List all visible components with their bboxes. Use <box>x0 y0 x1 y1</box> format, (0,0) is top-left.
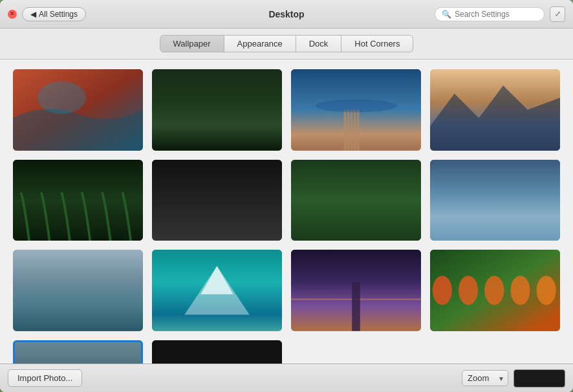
tab-hot-corners[interactable]: Hot Corners <box>341 35 413 52</box>
svg-rect-6 <box>351 110 353 151</box>
search-icon: 🔍 <box>442 10 451 19</box>
svg-rect-15 <box>13 250 143 331</box>
wallpaper-item-8[interactable] <box>430 160 560 241</box>
wallpaper-item-12[interactable] <box>430 250 560 331</box>
expand-button[interactable]: ⤢ <box>550 6 565 22</box>
content-area: ✓ <box>0 60 573 364</box>
svg-rect-14 <box>430 160 560 241</box>
footer: Import Photo... Zoom Fit Fill Center Til… <box>0 364 573 392</box>
import-photo-button[interactable]: Import Photo... <box>8 369 82 387</box>
svg-rect-13 <box>291 160 421 241</box>
zoom-select-wrap: Zoom Fit Fill Center Tile ▼ <box>462 370 508 386</box>
close-button[interactable]: ✕ <box>8 10 17 19</box>
wallpaper-item-3[interactable] <box>291 69 421 151</box>
wallpaper-item-2[interactable] <box>152 69 282 151</box>
tab-dock[interactable]: Dock <box>296 35 342 52</box>
svg-point-21 <box>433 276 452 305</box>
wallpaper-item-9[interactable] <box>13 250 143 331</box>
tab-appearance[interactable]: Appearance <box>224 35 296 52</box>
wallpaper-item-10[interactable] <box>152 250 282 331</box>
expand-icon: ⤢ <box>555 10 561 18</box>
wallpaper-item-4[interactable] <box>430 69 560 151</box>
zoom-select[interactable]: Zoom Fit Fill Center Tile <box>462 370 508 386</box>
window-title: Desktop <box>268 9 304 19</box>
svg-rect-7 <box>354 110 356 151</box>
svg-point-23 <box>484 276 504 305</box>
wallpaper-item-1[interactable] <box>13 69 143 151</box>
wallpaper-item-5[interactable] <box>13 160 143 241</box>
svg-rect-12 <box>152 160 282 241</box>
titlebar: ✕ ◀ All Settings Desktop 🔍 ⤢ <box>0 0 573 28</box>
svg-rect-27 <box>152 340 282 364</box>
wallpaper-item-6[interactable] <box>152 160 282 241</box>
wallpaper-item-7[interactable] <box>291 160 421 241</box>
svg-point-25 <box>537 276 556 305</box>
color-swatch[interactable] <box>514 369 565 387</box>
svg-rect-4 <box>344 110 347 151</box>
wallpaper-grid: ✓ <box>13 69 560 364</box>
zoom-group: Zoom Fit Fill Center Tile ▼ <box>462 369 565 387</box>
search-input[interactable] <box>455 10 539 19</box>
wallpaper-item-14[interactable] <box>152 340 282 364</box>
svg-rect-19 <box>352 283 360 331</box>
svg-rect-5 <box>347 110 350 151</box>
svg-point-1 <box>38 82 86 114</box>
wallpaper-item-13[interactable]: ✓ <box>13 340 143 364</box>
wallpaper-item-11[interactable] <box>291 250 421 331</box>
search-box: 🔍 <box>435 7 545 21</box>
svg-rect-26 <box>13 340 143 364</box>
svg-point-9 <box>316 99 397 112</box>
all-settings-button[interactable]: ◀ All Settings <box>22 7 86 21</box>
svg-point-24 <box>510 276 530 305</box>
app-window: ✕ ◀ All Settings Desktop 🔍 ⤢ Wallpaper A… <box>0 0 573 392</box>
tab-wallpaper[interactable]: Wallpaper <box>160 35 224 52</box>
svg-rect-2 <box>152 69 282 151</box>
back-arrow-icon: ◀ <box>30 10 36 19</box>
svg-point-22 <box>459 276 478 305</box>
tab-bar: Wallpaper Appearance Dock Hot Corners <box>0 28 573 60</box>
svg-rect-8 <box>357 110 360 151</box>
